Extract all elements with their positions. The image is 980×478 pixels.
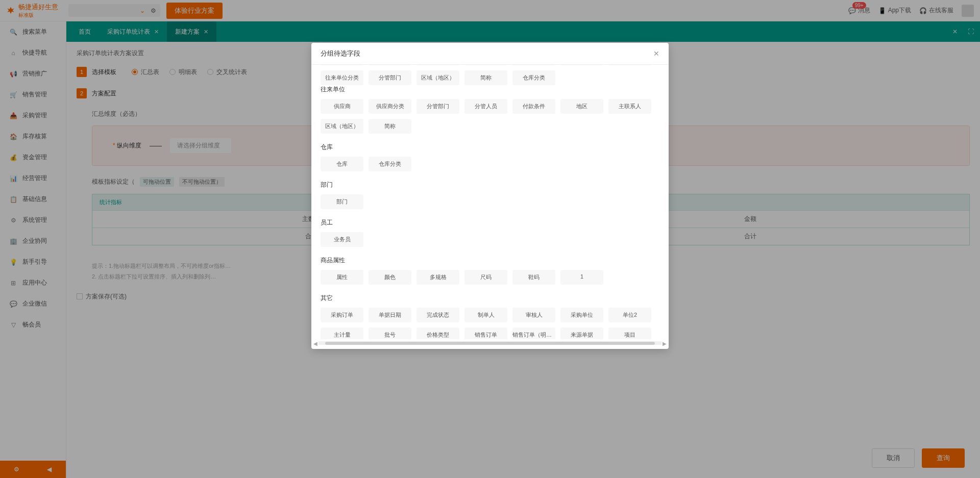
field-chip[interactable]: 付款条件 xyxy=(512,99,555,114)
field-group-label: 仓库 xyxy=(321,143,659,152)
field-chip[interactable]: 区域（地区） xyxy=(321,119,363,134)
field-chip[interactable]: 区域（地区） xyxy=(416,70,459,85)
field-chip[interactable]: 来源单据 xyxy=(560,328,603,339)
field-chip[interactable]: 主联系人 xyxy=(464,65,507,65)
field-chip[interactable]: 分管部门 xyxy=(416,99,459,114)
field-chip[interactable]: 供应商 xyxy=(321,99,363,114)
field-group-label: 员工 xyxy=(321,218,659,227)
field-chip[interactable]: 往来单位分类 xyxy=(321,70,363,85)
modal-overlay[interactable]: 分组待选字段 ✕ 商品别名拣货积分税收分类编码主联系人结算单位收付款条件分管人员… xyxy=(0,0,980,478)
field-chip[interactable]: 销售订单（明细） xyxy=(512,328,555,339)
field-chip[interactable]: 鞋码 xyxy=(512,270,555,285)
field-chip[interactable]: 简称 xyxy=(464,70,507,85)
field-group-label: 商品属性 xyxy=(321,256,659,265)
field-chip[interactable]: 部门 xyxy=(321,194,363,209)
field-chip[interactable]: 单据日期 xyxy=(369,308,411,322)
modal-title: 分组待选字段 xyxy=(321,49,360,58)
field-chip[interactable]: 审核人 xyxy=(512,308,555,322)
field-chip[interactable]: 尺码 xyxy=(464,270,507,285)
field-chip[interactable]: 结算单位 xyxy=(512,65,555,65)
field-chip[interactable]: 供应商分类 xyxy=(369,99,411,114)
field-chip[interactable]: 拣货积分 xyxy=(369,65,411,65)
field-chip[interactable]: 价格类型 xyxy=(416,328,459,339)
field-chip[interactable]: 1 xyxy=(560,270,603,285)
scroll-right-icon[interactable]: ▶ xyxy=(663,341,667,346)
field-chip[interactable]: 属性 xyxy=(321,270,363,285)
field-chip[interactable]: 仓库 xyxy=(321,157,363,171)
modal-close-button[interactable]: ✕ xyxy=(653,49,659,58)
horizontal-scrollbar[interactable]: ◀ ▶ xyxy=(318,341,662,345)
field-chip[interactable]: 税收分类编码 xyxy=(416,65,459,65)
field-chip[interactable]: 颜色 xyxy=(369,270,411,285)
field-chip[interactable]: 分管部门 xyxy=(369,70,411,85)
field-chip[interactable]: 制单人 xyxy=(464,308,507,322)
field-chip[interactable]: 分管人员 xyxy=(608,65,651,65)
field-chip[interactable]: 完成状态 xyxy=(416,308,459,322)
field-group-label: 往来单位 xyxy=(321,85,659,94)
field-chip[interactable]: 批号 xyxy=(369,328,411,339)
scrollbar-thumb[interactable] xyxy=(325,342,654,345)
scroll-left-icon[interactable]: ◀ xyxy=(313,341,317,346)
field-chip[interactable]: 简称 xyxy=(369,119,411,134)
field-chip[interactable]: 采购单位 xyxy=(560,308,603,322)
field-chip[interactable]: 商品别名 xyxy=(321,65,363,65)
field-group-label: 部门 xyxy=(321,181,659,189)
field-chip[interactable]: 采购订单 xyxy=(321,308,363,322)
field-chip[interactable]: 单位2 xyxy=(608,308,651,322)
field-chip[interactable]: 分管人员 xyxy=(464,99,507,114)
field-chip[interactable]: 收付款条件 xyxy=(560,65,603,65)
field-chip[interactable]: 主联系人 xyxy=(608,99,651,114)
field-chip[interactable]: 业务员 xyxy=(321,232,363,247)
field-chip[interactable]: 项目 xyxy=(608,328,651,339)
field-group-label: 其它 xyxy=(321,294,659,303)
field-chip[interactable]: 地区 xyxy=(560,99,603,114)
field-chip[interactable]: 多规格 xyxy=(416,270,459,285)
field-chip[interactable]: 仓库分类 xyxy=(369,157,411,171)
field-chip[interactable]: 主计量 xyxy=(321,328,363,339)
field-chip[interactable]: 仓库分类 xyxy=(512,70,555,85)
field-selector-modal: 分组待选字段 ✕ 商品别名拣货积分税收分类编码主联系人结算单位收付款条件分管人员… xyxy=(311,43,669,349)
field-chip[interactable]: 销售订单 xyxy=(464,328,507,339)
